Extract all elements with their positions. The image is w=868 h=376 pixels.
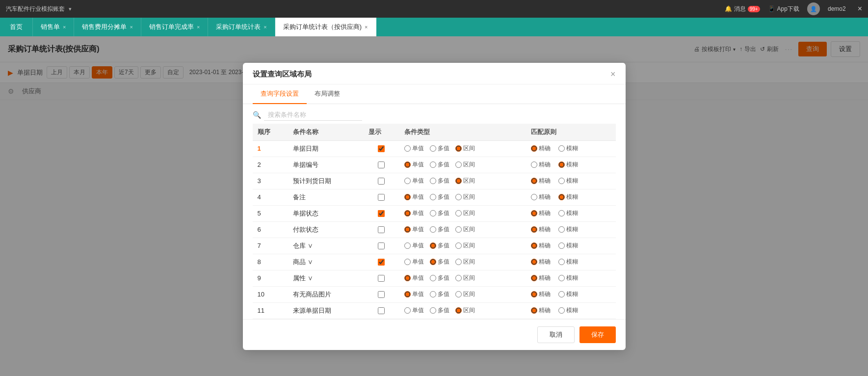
- type-radio-区间[interactable]: [455, 161, 462, 168]
- type-option-多值[interactable]: 多值: [430, 290, 449, 298]
- type-option-多值[interactable]: 多值: [430, 209, 449, 217]
- match-option-模糊[interactable]: 模糊: [558, 242, 578, 250]
- match-option-精确[interactable]: 精确: [531, 144, 551, 153]
- type-option-多值[interactable]: 多值: [430, 193, 449, 201]
- match-option-模糊[interactable]: 模糊: [558, 177, 578, 185]
- modal-tab-layout[interactable]: 布局调整: [307, 84, 348, 104]
- cancel-button[interactable]: 取消: [537, 326, 575, 343]
- tab-sales-close[interactable]: ×: [63, 24, 66, 30]
- display-checkbox[interactable]: [378, 307, 385, 314]
- type-radio-区间[interactable]: [455, 307, 462, 314]
- type-option-多值[interactable]: 多值: [430, 161, 449, 169]
- match-radio-模糊[interactable]: [558, 242, 565, 249]
- type-radio-多值[interactable]: [430, 178, 436, 184]
- type-radio-单值[interactable]: [404, 242, 411, 249]
- type-option-单值[interactable]: 单值: [404, 306, 424, 315]
- match-option-模糊[interactable]: 模糊: [558, 144, 578, 153]
- type-option-多值[interactable]: 多值: [430, 274, 449, 282]
- match-radio-精确[interactable]: [531, 291, 537, 297]
- match-radio-模糊[interactable]: [558, 275, 565, 281]
- display-checkbox[interactable]: [378, 194, 385, 201]
- type-radio-区间[interactable]: [455, 178, 462, 184]
- match-radio-模糊[interactable]: [558, 161, 565, 168]
- type-option-单值[interactable]: 单值: [404, 161, 424, 169]
- type-option-区间[interactable]: 区间: [455, 242, 475, 250]
- match-option-模糊[interactable]: 模糊: [558, 258, 578, 266]
- match-radio-精确[interactable]: [531, 307, 537, 314]
- match-option-精确[interactable]: 精确: [531, 209, 551, 217]
- tab-home[interactable]: 首页: [0, 18, 33, 36]
- display-checkbox[interactable]: [378, 210, 385, 217]
- display-checkbox[interactable]: [378, 145, 385, 152]
- type-option-区间[interactable]: 区间: [455, 193, 475, 201]
- type-radio-多值[interactable]: [430, 291, 436, 297]
- type-radio-区间[interactable]: [455, 291, 462, 297]
- tab-sales[interactable]: 销售单 ×: [33, 18, 74, 36]
- download-button[interactable]: 📱 App下载: [768, 5, 799, 13]
- type-option-多值[interactable]: 多值: [430, 242, 449, 250]
- type-radio-多值[interactable]: [430, 226, 436, 233]
- type-radio-多值[interactable]: [430, 210, 436, 216]
- match-radio-精确[interactable]: [531, 210, 537, 216]
- tab-purchase-stats[interactable]: 采购订单统计表 ×: [208, 18, 275, 36]
- match-radio-精确[interactable]: [531, 194, 537, 200]
- type-option-多值[interactable]: 多值: [430, 225, 449, 234]
- type-option-区间[interactable]: 区间: [455, 161, 475, 169]
- type-radio-区间[interactable]: [455, 194, 462, 200]
- username[interactable]: demo2: [828, 5, 846, 12]
- type-option-区间[interactable]: 区间: [455, 144, 475, 153]
- type-radio-单值[interactable]: [404, 145, 411, 152]
- match-radio-模糊[interactable]: [558, 194, 565, 200]
- type-radio-单值[interactable]: [404, 291, 411, 297]
- type-radio-单值[interactable]: [404, 259, 411, 265]
- display-checkbox[interactable]: [378, 226, 385, 233]
- type-option-区间[interactable]: 区间: [455, 177, 475, 185]
- type-radio-多值[interactable]: [430, 194, 436, 200]
- type-option-单值[interactable]: 单值: [404, 193, 424, 201]
- type-radio-区间[interactable]: [455, 210, 462, 216]
- display-checkbox[interactable]: [378, 259, 385, 266]
- type-radio-区间[interactable]: [455, 275, 462, 281]
- display-checkbox[interactable]: [378, 275, 385, 282]
- match-radio-模糊[interactable]: [558, 259, 565, 265]
- tab-sales-order-close[interactable]: ×: [197, 24, 200, 30]
- type-radio-单值[interactable]: [404, 178, 411, 184]
- match-radio-精确[interactable]: [531, 242, 537, 249]
- type-option-区间[interactable]: 区间: [455, 258, 475, 266]
- type-radio-多值[interactable]: [430, 259, 436, 265]
- type-option-区间[interactable]: 区间: [455, 306, 475, 315]
- match-radio-模糊[interactable]: [558, 145, 565, 152]
- match-radio-精确[interactable]: [531, 259, 537, 265]
- tab-sales-fee[interactable]: 销售费用分摊单 ×: [74, 18, 141, 36]
- type-option-区间[interactable]: 区间: [455, 274, 475, 282]
- type-radio-区间[interactable]: [455, 145, 462, 152]
- tab-purchase-supplier[interactable]: 采购订单统计表（按供应商) ×: [275, 18, 376, 36]
- display-checkbox[interactable]: [378, 291, 385, 298]
- type-option-单值[interactable]: 单值: [404, 258, 424, 266]
- match-radio-模糊[interactable]: [558, 210, 565, 216]
- match-option-模糊[interactable]: 模糊: [558, 161, 578, 169]
- type-option-单值[interactable]: 单值: [404, 144, 424, 153]
- search-input[interactable]: [264, 109, 362, 121]
- tab-purchase-supplier-close[interactable]: ×: [365, 24, 368, 30]
- type-option-单值[interactable]: 单值: [404, 274, 424, 282]
- match-option-精确[interactable]: 精确: [531, 193, 551, 201]
- type-option-单值[interactable]: 单值: [404, 290, 424, 298]
- match-option-模糊[interactable]: 模糊: [558, 209, 578, 217]
- type-radio-多值[interactable]: [430, 161, 436, 168]
- match-option-精确[interactable]: 精确: [531, 225, 551, 234]
- tab-purchase-stats-close[interactable]: ×: [263, 24, 266, 30]
- match-radio-精确[interactable]: [531, 145, 537, 152]
- type-radio-多值[interactable]: [430, 275, 436, 281]
- match-option-精确[interactable]: 精确: [531, 161, 551, 169]
- type-radio-区间[interactable]: [455, 259, 462, 265]
- match-radio-精确[interactable]: [531, 275, 537, 281]
- type-option-区间[interactable]: 区间: [455, 209, 475, 217]
- match-option-精确[interactable]: 精确: [531, 242, 551, 250]
- modal-close-button[interactable]: ×: [610, 70, 616, 79]
- type-radio-多值[interactable]: [430, 145, 436, 152]
- match-option-精确[interactable]: 精确: [531, 274, 551, 282]
- match-option-精确[interactable]: 精确: [531, 177, 551, 185]
- type-radio-单值[interactable]: [404, 226, 411, 233]
- display-checkbox[interactable]: [378, 242, 385, 249]
